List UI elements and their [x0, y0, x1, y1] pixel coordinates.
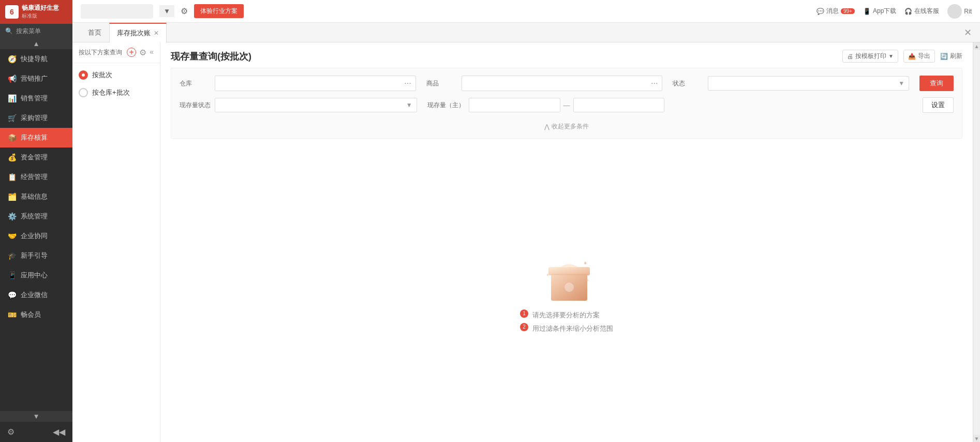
filter-area: 仓库 ··· 商品 ··· 状态: [171, 68, 962, 139]
status-label: 状态: [673, 79, 704, 88]
marketing-icon: 📢: [7, 74, 17, 83]
hint-item-2: 2 用过滤条件来缩小分析范围: [520, 322, 613, 335]
collapse-sidebar-btn[interactable]: ◀◀: [53, 427, 65, 437]
tab-batch-ledger-label: 库存批次账: [117, 28, 151, 38]
sidebar-nav: 🧭 快捷导航 📢 营销推广 📊 销售管理 🛒 采购管理 📦 库存核算 💰 资金管…: [0, 49, 72, 411]
content-area: 现存量查询(按批次) 🖨 按模板打印 ▼ 📤 导出 🔄 刷新: [160, 42, 973, 442]
sidebar-item-label: 基础信息: [21, 192, 48, 201]
inventory-icon: 📦: [7, 133, 17, 142]
settings-btn[interactable]: 设置: [923, 97, 954, 113]
tab-batch-ledger[interactable]: 库存批次账 ✕: [109, 23, 167, 42]
sidebar-item-apps[interactable]: 📱 应用中心: [0, 266, 72, 285]
product-filter: 商品 ···: [426, 76, 663, 91]
sidebar-item-label: 采购管理: [21, 113, 48, 123]
stock-status-chevron-icon: ▼: [406, 101, 412, 109]
sidebar-item-label: 销售管理: [21, 94, 48, 103]
stock-status-label: 现存量状态: [180, 101, 211, 110]
sidebar-item-label: 企业微信: [21, 290, 48, 300]
collapse-icon: ⋀: [544, 123, 550, 130]
sidebar-item-label: 营销推广: [21, 74, 48, 83]
sidebar-item-newbie[interactable]: 🎓 新手引导: [0, 246, 72, 266]
sidebar-item-enterprise[interactable]: 🤝 企业协同: [0, 226, 72, 246]
warehouse-filter: 仓库 ···: [180, 76, 416, 91]
empty-illustration: ✦ ✦ ✦: [541, 251, 592, 302]
sidebar-item-wechat[interactable]: 💬 企业微信: [0, 285, 72, 305]
export-label: 导出: [918, 52, 930, 61]
scheme-list: 按批次 按仓库+批次: [72, 63, 160, 105]
product-input[interactable]: ···: [462, 76, 663, 91]
right-scrollbar: ▲ ▼: [973, 42, 980, 442]
search-menu[interactable]: 🔍 搜索菜单: [0, 24, 72, 39]
export-icon: 📤: [908, 53, 916, 60]
topbar-search-input[interactable]: [81, 4, 153, 19]
page-title-actions: 🖨 按模板打印 ▼ 📤 导出 🔄 刷新: [842, 50, 962, 63]
sidebar-item-quick-nav[interactable]: 🧭 快捷导航: [0, 49, 72, 69]
left-panel: 按以下方案查询 + ⚙ « 按批次 按仓库+批次: [72, 42, 160, 442]
sidebar-item-sales[interactable]: 📊 销售管理: [0, 89, 72, 108]
user-name: Rit: [964, 8, 972, 15]
purchase-icon: 🛒: [7, 113, 17, 123]
scheme-item-warehouse-batch[interactable]: 按仓库+批次: [72, 84, 160, 101]
stock-status-select[interactable]: ▼: [215, 98, 417, 112]
sidebar-item-system[interactable]: ⚙️ 系统管理: [0, 207, 72, 226]
tab-home[interactable]: 首页: [81, 23, 109, 42]
topbar-right: 💬 消息 99+ 📱 App下载 🎧 在线客服 Rit: [816, 4, 972, 19]
topbar-gear-icon[interactable]: ⚙: [181, 6, 188, 16]
page-area: 按以下方案查询 + ⚙ « 按批次 按仓库+批次: [72, 42, 980, 442]
app-download-btn[interactable]: 📱 App下载: [863, 7, 896, 16]
status-chevron-icon: ▼: [898, 80, 904, 87]
sidebar-item-finance[interactable]: 💰 资金管理: [0, 148, 72, 167]
customer-service-btn[interactable]: 🎧 在线客服: [904, 7, 939, 16]
filter-row-1: 仓库 ··· 商品 ··· 状态: [180, 76, 954, 91]
scroll-up-btn[interactable]: ▲: [0, 39, 72, 49]
scroll-down-btn[interactable]: ▼: [0, 411, 72, 421]
stock-quantity-filter: 现存量（主） —: [427, 98, 665, 112]
collapse-panel-btn[interactable]: «: [150, 48, 154, 57]
sidebar-item-operations[interactable]: 📋 经营管理: [0, 167, 72, 187]
close-panel-btn[interactable]: ✕: [964, 27, 972, 38]
left-panel-header: 按以下方案查询 + ⚙ «: [72, 42, 160, 63]
tab-close-btn[interactable]: ✕: [154, 30, 159, 37]
sidebar-item-basic[interactable]: 🗂️ 基础信息: [0, 187, 72, 207]
scroll-down-arrow[interactable]: ▼: [973, 435, 980, 442]
topbar-dropdown-btn[interactable]: ▼: [159, 5, 174, 17]
scheme-item-batch[interactable]: 按批次: [72, 66, 160, 84]
svg-text:✦: ✦: [583, 260, 587, 266]
sidebar-item-purchase[interactable]: 🛒 采购管理: [0, 108, 72, 128]
topbar-left: ▼ ⚙ 体验行业方案: [81, 4, 244, 19]
scheme-settings-btn[interactable]: ⚙: [139, 48, 146, 57]
stock-quantity-max-input[interactable]: [573, 98, 665, 112]
sidebar-footer: ⚙ ◀◀: [0, 421, 72, 442]
finance-icon: 💰: [7, 153, 17, 162]
sidebar-item-member[interactable]: 🎫 畅会员: [0, 305, 72, 325]
user-avatar[interactable]: Rit: [947, 4, 972, 19]
warehouse-input[interactable]: ···: [215, 76, 416, 91]
messages-btn[interactable]: 💬 消息 99+: [816, 7, 855, 16]
add-scheme-btn[interactable]: +: [127, 48, 136, 57]
collapse-filter-btn[interactable]: ⋀ 收起更多条件: [180, 119, 954, 131]
export-btn[interactable]: 📤 导出: [903, 50, 935, 63]
stock-quantity-min-input[interactable]: [469, 98, 560, 112]
print-btn[interactable]: 🖨 按模板打印 ▼: [842, 50, 898, 63]
topbar: ▼ ⚙ 体验行业方案 💬 消息 99+ 📱 App下载 🎧 在线客服 Rit: [72, 0, 980, 23]
sidebar-item-inventory[interactable]: 📦 库存核算: [0, 128, 72, 148]
scroll-up-arrow[interactable]: ▲: [973, 42, 980, 50]
print-label: 按模板打印: [855, 52, 886, 61]
query-btn[interactable]: 查询: [919, 76, 954, 91]
quick-nav-icon: 🧭: [7, 54, 17, 64]
refresh-btn[interactable]: 🔄 刷新: [940, 52, 962, 61]
product-dots-icon: ···: [651, 79, 658, 88]
experience-btn[interactable]: 体验行业方案: [194, 4, 244, 18]
headset-icon: 🎧: [904, 8, 912, 15]
search-icon: 🔍: [5, 27, 13, 35]
sidebar-item-label: 畅会员: [21, 310, 41, 319]
main-area: ▼ ⚙ 体验行业方案 💬 消息 99+ 📱 App下载 🎧 在线客服 Rit: [72, 0, 980, 442]
sidebar-item-label: 系统管理: [21, 212, 48, 221]
tabbar: 首页 库存批次账 ✕ ✕: [72, 23, 980, 42]
sidebar-item-label: 经营管理: [21, 172, 48, 182]
settings-footer-btn[interactable]: ⚙: [7, 427, 14, 437]
status-select[interactable]: ▼: [708, 76, 909, 91]
sidebar-item-marketing[interactable]: 📢 营销推广: [0, 69, 72, 89]
scroll-track: [973, 50, 980, 435]
newbie-icon: 🎓: [7, 251, 17, 260]
